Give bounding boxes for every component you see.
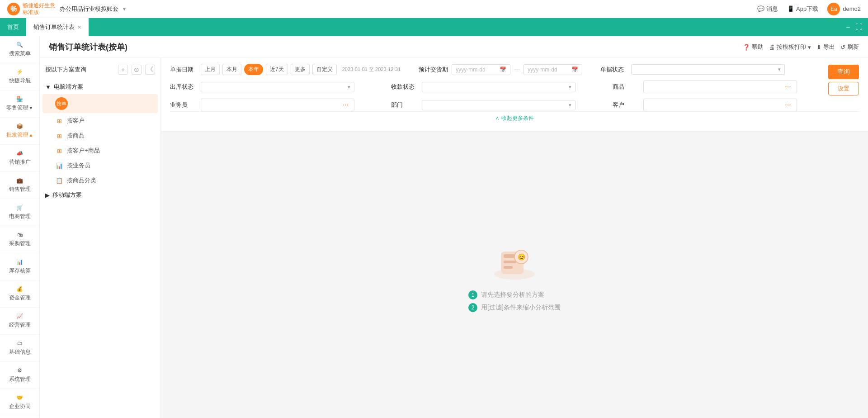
delivery-status-select[interactable]: ▾ <box>201 82 354 92</box>
customer-label: 客户 <box>613 101 640 109</box>
sidebar-item-system[interactable]: ⚙ 系统管理 <box>0 362 39 389</box>
tree-item-by-customer[interactable]: ⊞ 按客户 <box>42 114 158 128</box>
minimize-icon[interactable]: － <box>844 23 852 32</box>
search-icon: 🔍 <box>16 42 23 48</box>
sidebar-item-sales[interactable]: 💼 销售管理 <box>0 172 39 199</box>
calendar-from-icon: 📅 <box>500 66 506 73</box>
empty-state: 😊 1 请先选择要分析的方案 2 用[过滤]条件来缩小分析范围 <box>161 132 868 418</box>
tree-item-by-customer-product[interactable]: ⊞ 按客户+商品 <box>42 143 158 158</box>
salesperson-input[interactable]: ··· <box>201 99 354 111</box>
by-order-circle: 按单 <box>55 97 68 110</box>
left-panel-title: 按以下方案查询 <box>45 66 86 74</box>
sidebar-item-wholesale[interactable]: 📦 批发管理 ▲ <box>0 118 39 145</box>
page-actions: ❓ 帮助 🖨 按模板打印 ▾ ⬇ 导出 ↺ 刷新 <box>743 43 859 51</box>
refresh-btn[interactable]: ↺ 刷新 <box>840 43 859 51</box>
main-layout: 🔍 搜索菜单 ⚡ 快捷导航 🏪 零售管理 ▼ 📦 批发管理 ▲ 📣 营销推广 <box>0 36 868 418</box>
tree-group-pc[interactable]: ▼ 电脑端方案 <box>40 80 160 94</box>
top-bar-dropdown[interactable]: ▾ <box>123 6 126 12</box>
more-btn[interactable]: 更多 <box>291 64 310 75</box>
sidebar-search[interactable]: 🔍 搜索菜单 <box>0 36 39 63</box>
product-label: 商品 <box>613 83 640 91</box>
sales-icon: 💼 <box>16 177 23 184</box>
filter-order-status-item: 单据状态 ▾ <box>600 64 819 75</box>
basic-icon: 🗂 <box>17 340 23 347</box>
sidebar-item-quick-nav[interactable]: ⚡ 快捷导航 <box>0 63 39 90</box>
tab-sales-order-stat[interactable]: 销售订单统计表 ✕ <box>26 18 89 36</box>
tree-item-by-product[interactable]: ⊞ 按商品 <box>42 128 158 143</box>
collapse-bar[interactable]: ∧ 收起更多条件 <box>170 111 859 125</box>
custom-btn[interactable]: 自定义 <box>312 64 337 75</box>
tree-group-mobile[interactable]: ▶ 移动端方案 <box>40 188 160 202</box>
product-ellipsis[interactable]: ··· <box>783 83 793 91</box>
salesperson-ellipsis[interactable]: ··· <box>341 101 350 109</box>
retail-icon: 🏪 <box>16 96 23 102</box>
empty-tip-2: 2 用[过滤]条件来缩小分析范围 <box>468 303 561 312</box>
customer-input[interactable]: ··· <box>643 99 797 111</box>
sidebar-item-retail[interactable]: 🏪 零售管理 ▼ <box>0 90 39 118</box>
product-input[interactable]: ··· <box>643 81 797 93</box>
settings-btn[interactable]: 设置 <box>828 82 859 95</box>
logo-text: 畅捷通好生意 标准版 <box>23 2 55 15</box>
this-month-btn[interactable]: 本月 <box>222 64 241 75</box>
user-menu[interactable]: Ea demo2 <box>827 3 861 15</box>
by-salesperson-icon: 📊 <box>55 162 63 170</box>
delivery-from-input[interactable]: yyyy-mm-dd 📅 <box>452 64 510 75</box>
tree-item-by-product-category[interactable]: 📋 按商品分类 <box>42 173 158 188</box>
tip-num-2: 2 <box>468 303 477 312</box>
department-select[interactable]: ▾ <box>422 100 576 110</box>
logo-area: 畅 畅捷通好生意 标准版 <box>7 2 55 15</box>
date-label: 单据日期 <box>170 66 197 74</box>
sidebar-item-purchase[interactable]: 🛍 采购管理 <box>0 226 39 253</box>
last-7-days-btn[interactable]: 近7天 <box>266 64 288 75</box>
sidebar-item-finance[interactable]: 💰 资金管理 <box>0 280 39 308</box>
filter-delivery-item: 预计交货期 yyyy-mm-dd 📅 — yyyy-mm-dd 📅 <box>419 64 582 75</box>
left-panel: 按以下方案查询 + ⊙ 《 ▼ 电脑端方案 <box>40 57 161 418</box>
help-btn[interactable]: ❓ 帮助 <box>743 43 764 51</box>
sidebar-item-basic[interactable]: 🗂 基础信息 <box>0 335 39 362</box>
collapse-panel-btn[interactable]: 《 <box>145 65 155 75</box>
tree-item-by-order[interactable]: 按单 <box>42 94 158 113</box>
print-icon: 🖨 <box>769 44 775 51</box>
query-btn[interactable]: 查询 <box>828 65 859 79</box>
sidebar-item-inventory[interactable]: 📊 库存核算 <box>0 253 39 280</box>
last-month-btn[interactable]: 上月 <box>201 64 220 75</box>
message-icon: 💬 <box>757 5 764 12</box>
system-icon: ⚙ <box>17 367 22 374</box>
tab-home[interactable]: 首页 <box>0 18 26 36</box>
add-scheme-btn[interactable]: + <box>118 65 128 75</box>
maximize-icon[interactable]: ⛶ <box>855 23 863 31</box>
print-template-btn[interactable]: 🖨 按模板打印 ▾ <box>769 43 811 51</box>
top-bar-right: 💬 消息 📱 App下载 Ea demo2 <box>757 3 861 15</box>
sidebar-item-ecommerce[interactable]: 🛒 电商管理 <box>0 199 39 226</box>
app-download-btn[interactable]: 📱 App下载 <box>787 5 818 13</box>
export-btn[interactable]: ⬇ 导出 <box>816 43 835 51</box>
top-bar: 畅 畅捷通好生意 标准版 办公用品行业模拟账套 ▾ 💬 消息 📱 App下载 E… <box>0 0 868 18</box>
svg-text:😊: 😊 <box>518 253 526 261</box>
date-range-display: 2023-01-01 至 2023-12-31 <box>342 66 401 73</box>
this-year-btn[interactable]: 本年 <box>244 64 263 75</box>
order-status-select[interactable]: ▾ <box>631 64 785 75</box>
sidebar-item-operations[interactable]: 📈 经营管理 <box>0 308 39 335</box>
print-arrow-icon: ▾ <box>808 44 811 51</box>
sidebar-item-newbie[interactable]: 🌟 新手引导 <box>0 416 39 418</box>
customer-ellipsis[interactable]: ··· <box>783 101 793 109</box>
tip-num-1: 1 <box>468 290 477 299</box>
message-btn[interactable]: 💬 消息 <box>757 5 778 13</box>
chevron-right-icon: ▶ <box>45 192 50 199</box>
close-tab-icon[interactable]: ✕ <box>77 24 81 30</box>
filter-area: 单据日期 上月 本月 本年 近7天 更多 自定义 <box>161 57 868 132</box>
delivery-to-input[interactable]: yyyy-mm-dd 📅 <box>524 64 582 75</box>
filter-section: 单据日期 上月 本月 本年 近7天 更多 自定义 <box>170 64 859 111</box>
tree-item-by-salesperson[interactable]: 📊 按业务员 <box>42 158 158 173</box>
payment-status-label: 收款状态 <box>391 83 418 91</box>
filter-row-3: 业务员 ··· 部门 <box>170 99 819 111</box>
tab-bar-right: － ⛶ <box>844 23 868 32</box>
filter-delivery-status-item: 出库状态 ▾ <box>170 82 377 92</box>
sidebar-item-marketing[interactable]: 📣 营销推广 <box>0 145 39 172</box>
settings-scheme-btn[interactable]: ⊙ <box>132 65 142 75</box>
filter-date-item: 单据日期 上月 本月 本年 近7天 更多 自定义 <box>170 64 401 75</box>
order-status-label: 单据状态 <box>600 66 627 74</box>
sidebar-item-enterprise[interactable]: 🤝 企业协同 <box>0 389 39 416</box>
payment-status-select[interactable]: ▾ <box>422 82 576 92</box>
marketing-icon: 📣 <box>16 150 23 157</box>
